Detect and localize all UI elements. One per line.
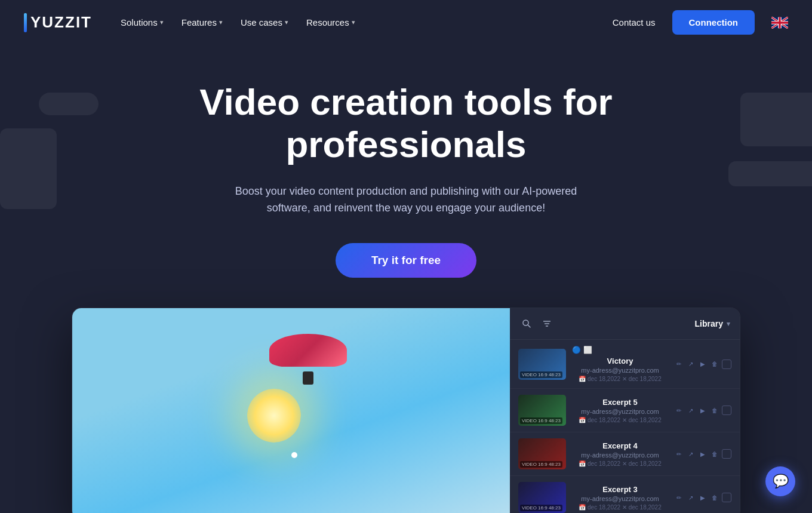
item-info: Excerpt 4 my-adress@yuzzitpro.com 📅 dec … <box>572 441 668 467</box>
item-checkbox[interactable] <box>722 449 731 459</box>
search-icon[interactable] <box>519 317 534 331</box>
item-actions: ✏ ↗ ▶ 🗑 <box>674 360 731 369</box>
library-header: Library ▾ <box>510 308 740 340</box>
item-info: 🔵 ⬜ Victory my-adress@yuzzitpro.com 📅 de… <box>572 346 668 382</box>
hero-subtitle: Boost your video content production and … <box>221 183 591 217</box>
nav-item-usecases[interactable]: Use cases ▾ <box>233 13 296 32</box>
navbar: YUZZIT Solutions ▾ Features ▾ Use cases … <box>0 0 812 45</box>
library-header-icons <box>519 317 554 331</box>
item-actions: ✏ ↗ ▶ 🗑 <box>674 406 731 415</box>
action-icon[interactable]: 🗑 <box>710 449 719 459</box>
item-dates: 📅 dec 18,2022 ✕ dec 18,2022 <box>572 504 668 511</box>
item-email: my-adress@yuzzitpro.com <box>572 495 668 502</box>
thumbnail: VIDEO 16:9 48:23 <box>518 349 566 380</box>
deco-shape-left-rect <box>0 128 57 209</box>
action-icon[interactable]: 🗑 <box>710 493 719 502</box>
action-icon[interactable]: ✏ <box>674 406 684 415</box>
item-dates: 📅 dec 18,2022 ✕ dec 18,2022 <box>572 460 668 467</box>
svg-point-1 <box>523 320 528 325</box>
action-icon[interactable]: ✏ <box>674 449 684 459</box>
nav-item-resources[interactable]: Resources ▾ <box>299 13 362 32</box>
nav-menu: Solutions ▾ Features ▾ Use cases ▾ Resou… <box>113 13 362 32</box>
nav-item-features[interactable]: Features ▾ <box>174 13 230 32</box>
nav-solutions-label: Solutions <box>121 17 158 27</box>
deco-shape-right-pill <box>728 161 812 186</box>
item-title: Excerpt 3 <box>572 485 668 494</box>
item-title: Victory <box>572 357 668 365</box>
item-email: my-adress@yuzzitpro.com <box>572 408 668 415</box>
item-icons-top: 🔵 ⬜ <box>572 346 668 354</box>
item-dates: 📅 dec 18,2022 ✕ dec 18,2022 <box>572 417 668 423</box>
deco-shape-top-right <box>740 93 812 146</box>
item-title: Excerpt 5 <box>572 398 668 407</box>
logo-bar-icon <box>24 13 27 32</box>
chat-icon: 💬 <box>773 474 789 489</box>
thumbnail: VIDEO 16:9 48:23 <box>518 395 566 426</box>
nav-left: YUZZIT Solutions ▾ Features ▾ Use cases … <box>24 13 362 32</box>
language-flag[interactable] <box>771 17 788 29</box>
logo[interactable]: YUZZIT <box>24 13 92 32</box>
action-icon[interactable]: ▶ <box>698 493 708 502</box>
hero-section: Video creation tools for professionals B… <box>0 45 812 513</box>
action-icon[interactable]: ↗ <box>686 406 696 415</box>
thumb-tag: VIDEO 16:9 48:23 <box>520 505 562 511</box>
action-icon[interactable]: 🗑 <box>710 406 719 415</box>
action-icon[interactable]: ✏ <box>674 493 684 502</box>
deco-shape-top-left <box>39 93 99 115</box>
library-items-list: VIDEO 16:9 48:23 🔵 ⬜ Victory my-adress@y… <box>510 340 740 513</box>
chevron-down-icon: ▾ <box>352 19 355 26</box>
nav-usecases-label: Use cases <box>241 17 282 27</box>
item-email: my-adress@yuzzitpro.com <box>572 451 668 459</box>
list-item[interactable]: VIDEO 16:9 48:23 Excerpt 4 my-adress@yuz… <box>510 432 740 476</box>
cta-button[interactable]: Try it for free <box>336 243 476 278</box>
item-actions: ✏ ↗ ▶ 🗑 <box>674 493 731 502</box>
action-icon[interactable]: ▶ <box>698 360 708 369</box>
nav-item-solutions[interactable]: Solutions ▾ <box>113 13 171 32</box>
paraglider-decoration <box>269 334 347 367</box>
library-chevron-icon: ▾ <box>727 320 730 328</box>
nav-resources-label: Resources <box>306 17 349 27</box>
svg-line-2 <box>528 325 530 327</box>
library-text: Library <box>695 319 723 328</box>
action-icon[interactable]: ↗ <box>686 360 696 369</box>
item-icon-2: ⬜ <box>583 346 592 354</box>
video-preview-area <box>72 308 510 513</box>
action-icon[interactable]: ↗ <box>686 493 696 502</box>
item-checkbox[interactable] <box>722 360 731 369</box>
action-icon[interactable]: ✏ <box>674 360 684 369</box>
hero-title: Video creation tools for professionals <box>173 81 639 166</box>
product-preview: Library ▾ VIDEO 16:9 48:23 🔵 ⬜ Vict <box>72 308 740 513</box>
item-dates: 📅 dec 18,2022 ✕ dec 18,2022 <box>572 376 668 382</box>
para-harness <box>303 371 313 385</box>
nav-right: Contact us Connection <box>613 10 788 35</box>
connection-button[interactable]: Connection <box>672 10 755 35</box>
list-item[interactable]: VIDEO 16:9 48:23 Excerpt 5 my-adress@yuz… <box>510 389 740 432</box>
action-icon[interactable]: ▶ <box>698 449 708 459</box>
item-checkbox[interactable] <box>722 493 731 502</box>
dot-marker <box>291 452 297 458</box>
action-icon[interactable]: ↗ <box>686 449 696 459</box>
chat-bubble-button[interactable]: 💬 <box>765 466 795 496</box>
item-title: Excerpt 4 <box>572 441 668 450</box>
action-icon[interactable]: 🗑 <box>710 360 719 369</box>
item-checkbox[interactable] <box>722 406 731 415</box>
item-actions: ✏ ↗ ▶ 🗑 <box>674 449 731 459</box>
thumb-tag: VIDEO 16:9 48:23 <box>520 417 562 424</box>
item-info: Excerpt 3 my-adress@yuzzitpro.com 📅 dec … <box>572 485 668 511</box>
chevron-down-icon: ▾ <box>160 19 164 26</box>
list-item[interactable]: VIDEO 16:9 48:23 Excerpt 3 my-adress@yuz… <box>510 476 740 513</box>
list-item[interactable]: VIDEO 16:9 48:23 🔵 ⬜ Victory my-adress@y… <box>510 340 740 389</box>
action-icon[interactable]: ▶ <box>698 406 708 415</box>
thumb-tag: VIDEO 16:9 48:23 <box>520 461 562 468</box>
sun-decoration <box>247 389 301 443</box>
library-label: Library ▾ <box>695 319 730 328</box>
item-email: my-adress@yuzzitpro.com <box>572 367 668 374</box>
thumbnail: VIDEO 16:9 48:23 <box>518 438 566 469</box>
thumb-tag: VIDEO 16:9 48:23 <box>520 371 562 378</box>
contact-link[interactable]: Contact us <box>613 17 656 27</box>
chevron-down-icon: ▾ <box>285 19 288 26</box>
item-info: Excerpt 5 my-adress@yuzzitpro.com 📅 dec … <box>572 398 668 423</box>
library-panel: Library ▾ VIDEO 16:9 48:23 🔵 ⬜ Vict <box>510 308 740 513</box>
filter-icon[interactable] <box>540 317 554 331</box>
nav-features-label: Features <box>182 17 217 27</box>
